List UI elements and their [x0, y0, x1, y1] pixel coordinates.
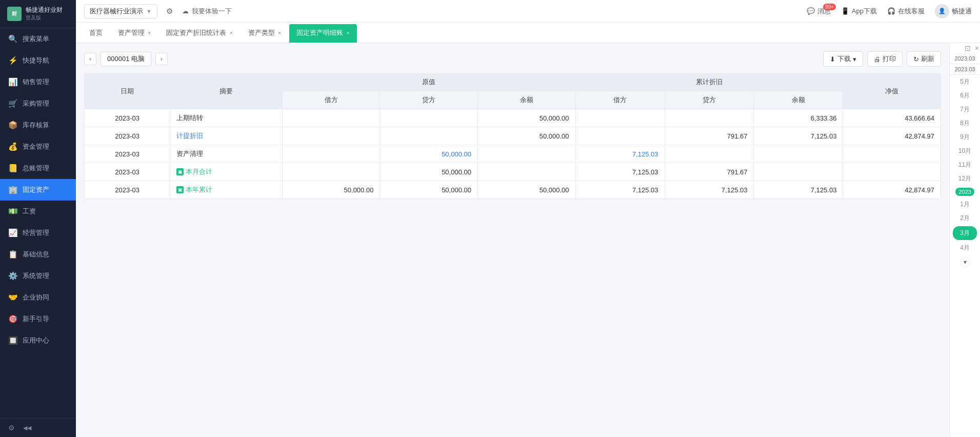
- timeline-down-button[interactable]: ▾: [960, 257, 970, 267]
- timeline-item[interactable]: 8月: [950, 116, 980, 130]
- cell-orig_credit: 50,000.00: [380, 163, 478, 181]
- app-download-label: App下载: [852, 7, 877, 16]
- cell-date: 2023-03: [85, 127, 170, 145]
- sidebar-item-sales[interactable]: 📊 销售管理: [0, 71, 76, 93]
- sidebar-item-label: 新手引导: [23, 314, 49, 324]
- quick-nav-icon: ⚡: [8, 56, 17, 65]
- online-service-button[interactable]: 🎧 在线客服: [887, 7, 925, 16]
- search-icon: 🔍: [8, 34, 17, 44]
- tab-asset-type-close[interactable]: ×: [278, 30, 281, 36]
- tab-asset-detail[interactable]: 固定资产明细账 ×: [289, 24, 356, 43]
- tab-asset-mgmt-close[interactable]: ×: [148, 30, 151, 36]
- print-button[interactable]: 🖨 打印: [867, 51, 903, 67]
- timeline-item[interactable]: 4月: [950, 241, 980, 255]
- sidebar-item-inventory[interactable]: 📦 库存核算: [0, 114, 76, 136]
- next-asset-button[interactable]: ›: [155, 53, 168, 65]
- ledger-icon: 📒: [8, 164, 17, 173]
- sidebar-item-capital[interactable]: 💰 资金管理: [0, 136, 76, 157]
- cell-dep_balance: 7,125.03: [754, 181, 843, 199]
- sidebar-item-app-center[interactable]: 🔲 应用中心: [0, 330, 76, 351]
- chevron-down-icon: ▾: [853, 55, 856, 63]
- badge-icon: ▣: [176, 186, 184, 193]
- user-label: 畅捷通: [952, 7, 972, 16]
- tab-depreciation-stats-label: 固定资产折旧统计表: [166, 28, 226, 37]
- sidebar-item-payroll[interactable]: 💵 工资: [0, 201, 76, 222]
- tab-depreciation-stats-close[interactable]: ×: [229, 30, 232, 36]
- cell-dep_credit: 791.67: [665, 127, 754, 145]
- timeline-item[interactable]: 2月: [950, 211, 980, 225]
- tab-home-label: 首页: [89, 28, 103, 37]
- settings-button[interactable]: ⚙: [163, 4, 177, 18]
- cell-date: 2023-03: [85, 181, 170, 199]
- sidebar-item-quick-nav[interactable]: ⚡ 快捷导航: [0, 50, 76, 71]
- timeline-item[interactable]: 1月: [950, 197, 980, 211]
- timeline-item[interactable]: 6月: [950, 89, 980, 103]
- sidebar-item-operations[interactable]: 📈 经营管理: [0, 222, 76, 244]
- app-center-icon: 🔲: [8, 336, 17, 345]
- fixed-assets-icon: 🏢: [8, 185, 17, 194]
- timeline-item[interactable]: 3月: [953, 226, 977, 240]
- timeline-item[interactable]: 10月: [950, 144, 980, 158]
- tab-asset-mgmt[interactable]: 资产管理 ×: [111, 24, 158, 43]
- tab-home[interactable]: 首页: [82, 24, 110, 43]
- timeline-item[interactable]: 5月: [950, 75, 980, 89]
- cell-dep_credit: [665, 109, 754, 127]
- sidebar-item-fixed-assets[interactable]: 🏢 固定资产: [0, 179, 76, 201]
- app-download-icon: 📱: [841, 7, 849, 15]
- message-badge: 99+: [823, 4, 836, 10]
- sidebar-item-search[interactable]: 🔍 搜索菜单: [0, 28, 76, 50]
- cell-orig_balance: [477, 163, 575, 181]
- sidebar-nav: 🔍 搜索菜单 ⚡ 快捷导航 📊 销售管理 🛒 采购管理 📦 库存核算 💰 资金管…: [0, 28, 76, 418]
- timeline-item[interactable]: 7月: [950, 103, 980, 116]
- timeline-close-button[interactable]: ×: [975, 44, 979, 52]
- settings-icon[interactable]: ⚙: [8, 424, 15, 432]
- cell-net_value: [843, 145, 941, 163]
- download-button[interactable]: ⬇ 下载 ▾: [823, 51, 863, 67]
- chevron-down-icon: ▼: [146, 8, 152, 14]
- sidebar-item-purchase[interactable]: 🛒 采购管理: [0, 93, 76, 114]
- cell-orig_debit: [282, 163, 380, 181]
- cell-net_value: [843, 163, 941, 181]
- timeline-item[interactable]: 12月: [950, 172, 980, 186]
- sidebar-item-label: 系统管理: [23, 271, 49, 281]
- topbar: 医疗器械行业演示 ▼ ⚙ ☁ 我要体验一下 💬 消息 99+ 📱 App下载 🎧…: [76, 0, 980, 23]
- basic-info-icon: 📋: [8, 250, 17, 259]
- app-download-button[interactable]: 📱 App下载: [841, 7, 877, 16]
- user-profile[interactable]: 👤 畅捷通: [935, 4, 972, 18]
- tabs-bar: 首页 资产管理 × 固定资产折旧统计表 × 资产类型 × 固定资产明细账 ×: [76, 23, 980, 43]
- timeline-items: 5月6月7月8月9月10月11月12月20231月2月3月4月: [950, 75, 980, 255]
- print-label: 打印: [883, 54, 896, 64]
- collapse-icon[interactable]: ◀◀: [23, 425, 31, 431]
- sidebar-item-newbie[interactable]: 🎯 新手引导: [0, 308, 76, 330]
- cell-dep_debit: [575, 127, 665, 145]
- print-icon: 🖨: [874, 55, 881, 63]
- sidebar-item-system[interactable]: ⚙️ 系统管理: [0, 265, 76, 287]
- tab-asset-detail-close[interactable]: ×: [346, 30, 349, 36]
- timeline-item[interactable]: 11月: [950, 158, 980, 172]
- logo-icon: 财: [7, 7, 22, 21]
- col-orig-balance: 余额: [477, 91, 575, 109]
- prev-asset-button[interactable]: ‹: [84, 53, 96, 65]
- message-button[interactable]: 💬 消息 99+: [807, 7, 831, 16]
- cell-date: 2023-03: [85, 163, 170, 181]
- cell-date: 2023-03: [85, 109, 170, 127]
- timeline-year-badge[interactable]: 2023: [950, 186, 980, 197]
- avatar: 👤: [935, 4, 949, 18]
- refresh-button[interactable]: ↻ 刷新: [907, 51, 941, 67]
- col-summary: 摘要: [170, 73, 283, 109]
- timeline-item[interactable]: 9月: [950, 130, 980, 144]
- sidebar-item-enterprise[interactable]: 🤝 企业协同: [0, 287, 76, 308]
- cell-dep_credit: [665, 145, 754, 163]
- sidebar-item-ledger[interactable]: 📒 总账管理: [0, 157, 76, 179]
- cell-orig_credit: [380, 127, 478, 145]
- timeline-expand-button[interactable]: ⊡: [965, 44, 971, 52]
- col-dep-credit: 贷方: [665, 91, 754, 109]
- asset-code: 000001 电脑: [101, 52, 151, 66]
- sidebar-item-basic-info[interactable]: 📋 基础信息: [0, 244, 76, 265]
- tab-asset-type[interactable]: 资产类型 ×: [241, 24, 288, 43]
- summary-badge: ▣ 本年累计: [176, 185, 212, 194]
- col-orig-credit: 贷方: [380, 91, 478, 109]
- experience-button[interactable]: ☁ 我要体验一下: [182, 7, 232, 16]
- company-selector[interactable]: 医疗器械行业演示 ▼: [84, 4, 157, 18]
- tab-depreciation-stats[interactable]: 固定资产折旧统计表 ×: [159, 24, 239, 43]
